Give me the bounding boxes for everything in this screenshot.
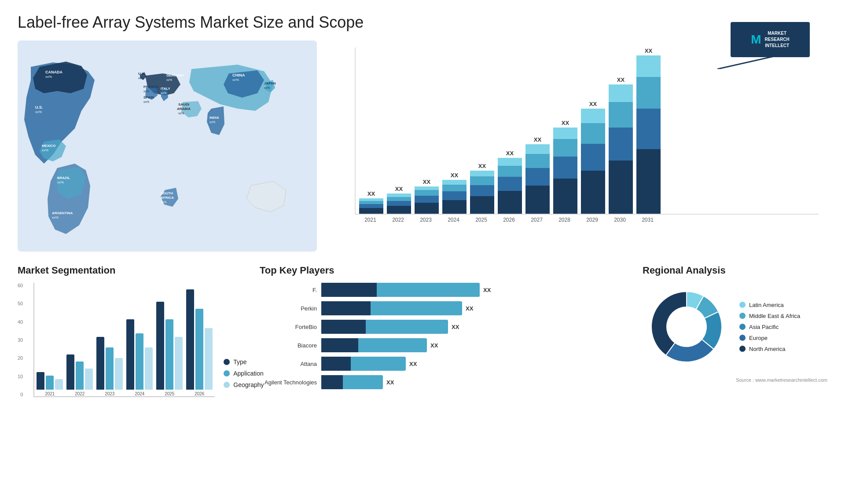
year-label: 2031 (636, 217, 660, 223)
bar-group: XX (498, 47, 522, 214)
svg-text:BRAZIL: BRAZIL (57, 176, 70, 180)
bar-segment (581, 144, 605, 171)
bar-segment (498, 191, 522, 214)
seg-bar-group (96, 337, 123, 390)
legend-dot (224, 359, 230, 365)
player-name: Agilent Technologies (260, 379, 317, 386)
bar-segment (525, 144, 550, 154)
player-row: AttanaXX (260, 357, 629, 371)
seg-bar-col: 2026 (186, 289, 213, 396)
seg-bar (96, 337, 104, 390)
region-label: Europe (749, 335, 768, 341)
player-bar (321, 375, 383, 389)
player-xx-label: XX (452, 324, 459, 330)
player-xx-label: XX (386, 379, 394, 386)
seg-bar-col: 2022 (66, 354, 93, 396)
svg-text:xx%: xx% (143, 90, 149, 93)
bottom-section: Market Segmentation 6050403020100 202120… (18, 265, 827, 397)
source-text: Source : www.marketresearchintellect.com (643, 377, 827, 383)
bar-segment (415, 186, 439, 190)
seg-bar (186, 289, 194, 390)
bar-group: XX (415, 47, 439, 214)
regional-section: Regional Analysis Latin AmericaMiddle Ea… (643, 265, 827, 397)
seg-bar (145, 347, 153, 390)
bar-segment (442, 191, 467, 200)
bar-segment (581, 123, 605, 144)
legend-item: Geography (224, 381, 264, 388)
year-label: 2029 (580, 217, 604, 223)
bar-top-label: XX (645, 47, 652, 54)
svg-text:U.K.: U.K. (138, 72, 145, 76)
bar-segment (387, 201, 411, 206)
players-bars: F.XXPerkinXXForteBioXXBiacoreXXAttanaXXA… (260, 283, 629, 389)
seg-year: 2024 (135, 391, 144, 396)
bar-segment (415, 196, 439, 203)
svg-text:xx%: xx% (161, 91, 166, 95)
player-name: Biacore (260, 342, 317, 349)
seg-bar (76, 362, 84, 390)
seg-bar (195, 309, 203, 390)
bar-segment (498, 166, 522, 177)
donut-area: Latin AmericaMiddle East & AfricaAsia Pa… (643, 283, 827, 371)
bar-top-label: XX (534, 136, 541, 143)
bar-dark (321, 320, 366, 334)
legend-item: Type (224, 358, 264, 365)
seg-bar (136, 333, 143, 390)
svg-text:xx%: xx% (138, 77, 144, 80)
bar-segment (359, 208, 383, 214)
segmentation-title: Market Segmentation (18, 265, 246, 276)
bar-stacks: XXXXXXXXXXXXXXXXXXXXXX (355, 47, 819, 215)
bar-segment (609, 102, 633, 128)
bar-top-label: XX (451, 172, 458, 179)
svg-text:SOUTH: SOUTH (161, 191, 173, 195)
bar-segment (553, 128, 577, 139)
player-row: Agilent TechnologiesXX (260, 375, 629, 389)
bar-top-label: XX (506, 150, 514, 157)
year-label: 2023 (414, 217, 438, 223)
svg-text:MEXICO: MEXICO (42, 144, 56, 148)
svg-text:xx%: xx% (161, 201, 166, 204)
donut-chart (643, 283, 731, 371)
svg-text:xx%: xx% (143, 100, 149, 103)
seg-bar (175, 337, 183, 390)
bar-segment (359, 204, 383, 208)
bar-group: XX (581, 47, 605, 214)
page-title: Label-free Array Systems Market Size and… (18, 13, 827, 32)
chart-area: XXXXXXXXXXXXXXXXXXXXXX 20212022202320242… (352, 49, 819, 225)
bar-segment (442, 180, 467, 185)
seg-bar-col: 2024 (126, 319, 153, 396)
svg-text:AFRICA: AFRICA (161, 196, 174, 200)
legend-dot (224, 370, 230, 376)
seg-year: 2022 (75, 391, 84, 396)
player-name: Attana (260, 361, 317, 367)
bar-group: XX (359, 47, 383, 214)
player-row: PerkinXX (260, 301, 629, 315)
bar-light (358, 338, 427, 352)
bar-stack (609, 84, 633, 214)
legend-label: Type (233, 358, 246, 365)
bar-stack (359, 198, 383, 214)
player-row: ForteBioXX (260, 320, 629, 334)
player-name: ForteBio (260, 324, 317, 330)
donut-legend: Latin AmericaMiddle East & AfricaAsia Pa… (739, 302, 800, 352)
seg-bars: 202120222023202420252026 (33, 283, 215, 397)
year-labels: 2021202220232024202520262027202820292030… (355, 215, 819, 225)
legend-dot (224, 382, 230, 388)
player-bar-wrap: XX (321, 338, 438, 352)
bar-segment (415, 190, 439, 196)
donut-dot (739, 324, 746, 330)
donut-dot (739, 335, 746, 341)
svg-text:FRANCE: FRANCE (143, 85, 158, 89)
seg-legend: TypeApplicationGeography (224, 358, 264, 397)
seg-year: 2025 (165, 391, 174, 396)
bar-segment (470, 176, 494, 185)
year-label: 2025 (469, 217, 493, 223)
donut-legend-item: Asia Pacific (739, 324, 800, 330)
svg-text:ARABIA: ARABIA (177, 107, 191, 111)
seg-bar (37, 372, 44, 390)
donut-legend-item: Europe (739, 335, 800, 341)
svg-text:ARGENTINA: ARGENTINA (52, 211, 73, 215)
bar-segment (470, 196, 494, 214)
bar-group: XX (442, 47, 467, 214)
year-label: 2028 (552, 217, 577, 223)
